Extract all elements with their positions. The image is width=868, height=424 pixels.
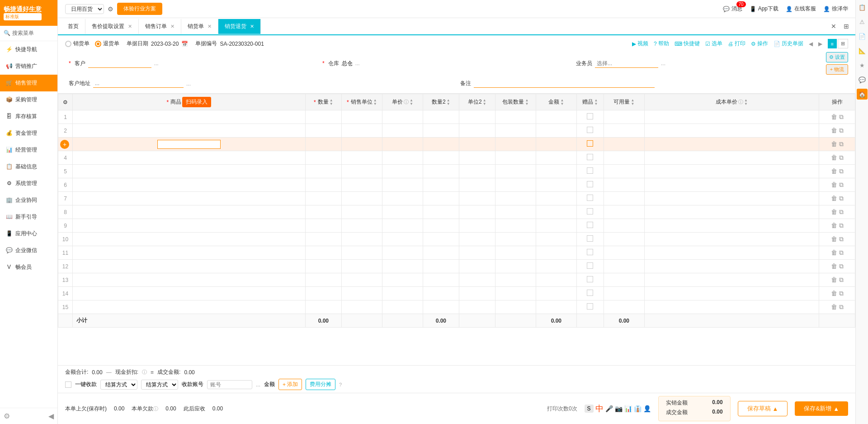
gift-cell[interactable] (576, 124, 604, 138)
tab-close-icon[interactable]: ✕ (170, 24, 175, 29)
add-row-btn[interactable]: + (60, 140, 69, 149)
copy-row-icon[interactable]: ⧉ (839, 208, 844, 216)
calc-select[interactable]: 结算方式 (141, 380, 178, 390)
video-btn[interactable]: ▶ 视频 (632, 40, 648, 48)
tab-sales[interactable]: 销货单 ✕ (181, 19, 218, 34)
select-order-btn[interactable]: ☑ 选单 (705, 40, 722, 48)
unit-price-info-icon[interactable]: ⓘ (404, 99, 409, 105)
delete-row-icon[interactable]: 🗑 (831, 181, 837, 189)
shirt-icon[interactable]: 👔 (634, 405, 642, 412)
unit-price-cell[interactable] (382, 110, 423, 124)
sidebar-item-guide[interactable]: 📖 新手引导 (0, 209, 57, 225)
copy-row-icon[interactable]: ⧉ (839, 276, 844, 284)
copy-row-icon[interactable]: ⧉ (839, 303, 844, 311)
gift-checkbox[interactable] (587, 154, 593, 160)
delete-row-icon[interactable]: 🗑 (831, 167, 837, 175)
unit2-cell[interactable] (459, 124, 495, 138)
side-icon-2[interactable]: ⚠ (857, 16, 868, 27)
person-icon[interactable]: 👤 (643, 405, 651, 412)
copy-row-icon[interactable]: ⧉ (839, 235, 844, 243)
sidebar-item-inventory[interactable]: 🗄 库存核算 (0, 108, 57, 125)
sidebar-item-operations[interactable]: 📊 经营管理 (0, 142, 57, 158)
collapse-icon[interactable]: ◀ (48, 412, 54, 420)
product-cell[interactable] (73, 110, 306, 124)
remarks-input[interactable] (474, 79, 655, 88)
cost-price-cell[interactable] (644, 110, 819, 124)
qty2-cell[interactable] (423, 124, 459, 138)
warehouse-select-icon[interactable]: ... (355, 60, 360, 67)
staff-input[interactable] (595, 59, 658, 68)
grid-view-btn[interactable]: ≡ (828, 39, 837, 48)
tab-close-icon[interactable]: ✕ (250, 24, 254, 29)
delete-row-icon[interactable]: 🗑 (831, 195, 837, 202)
sidebar-item-shortcut[interactable]: ⚡ 快捷导航 (0, 41, 57, 58)
delete-row-icon[interactable]: 🗑 (831, 113, 837, 121)
sales-unit-cell[interactable] (341, 110, 382, 124)
online-service-link[interactable]: 👤 在线客服 (786, 5, 816, 13)
unit2-cell[interactable] (459, 138, 495, 151)
cost-price-cell[interactable] (644, 138, 819, 151)
delete-row-icon[interactable]: 🗑 (831, 140, 837, 148)
address-input[interactable] (93, 79, 184, 88)
sidebar-item-basic[interactable]: 📋 基础信息 (0, 158, 57, 175)
account-select-icon[interactable]: ... (256, 381, 260, 388)
available-cell[interactable] (604, 110, 644, 124)
close-tab-icon[interactable]: ✕ (828, 22, 839, 31)
side-icon-1[interactable]: 📋 (857, 2, 868, 13)
camera-icon[interactable]: 📷 (615, 405, 623, 412)
customer-select-icon[interactable]: ... (154, 60, 159, 67)
tab-close-icon[interactable]: ✕ (208, 24, 212, 29)
address-select-icon[interactable]: ... (186, 81, 191, 87)
scan-input-btn[interactable]: 扫码录入 (182, 97, 211, 107)
cash-discount-info-icon[interactable]: ⓘ (142, 369, 147, 376)
copy-row-icon[interactable]: ⧉ (839, 262, 844, 270)
table-container[interactable]: ⚙ * 商品 扫码录入 * (58, 94, 855, 365)
amount-cell[interactable] (536, 124, 576, 138)
sidebar-item-system[interactable]: ⚙ 系统管理 (0, 175, 57, 192)
delete-row-icon[interactable]: 🗑 (831, 235, 837, 243)
customer-input[interactable] (88, 59, 151, 68)
history-btn[interactable]: 📄 历史单据 (774, 40, 803, 48)
fee-split-btn[interactable]: 费用分摊 (306, 379, 335, 390)
next-doc-icon[interactable]: ▶ (818, 41, 822, 47)
gift-checkbox[interactable] (587, 195, 593, 201)
delete-row-icon[interactable]: 🗑 (831, 262, 837, 270)
settings-gear-icon[interactable]: ⚙ (108, 5, 113, 13)
delete-row-icon[interactable]: 🗑 (831, 154, 837, 162)
available-cell[interactable] (604, 138, 644, 151)
shortcut-btn[interactable]: ⌨ 快捷键 (675, 40, 700, 48)
quantity-cell[interactable] (305, 124, 341, 138)
sidebar-item-enterprise[interactable]: 🏢 企业协同 (0, 192, 57, 209)
copy-row-icon[interactable]: ⧉ (839, 222, 844, 229)
sidebar-item-finance[interactable]: 💰 资金管理 (0, 125, 57, 142)
fee-info-icon[interactable]: ? (339, 382, 342, 387)
search-menu-item[interactable]: 🔍 搜索菜单 (0, 26, 57, 41)
amount-cell[interactable] (536, 138, 576, 151)
copy-row-icon[interactable]: ⧉ (839, 181, 844, 189)
add-row-cell[interactable]: + (58, 138, 73, 151)
gift-checkbox[interactable] (587, 222, 593, 228)
available-cell[interactable] (604, 124, 644, 138)
industry-select[interactable]: 日用百货 (65, 4, 104, 14)
gift-checkbox[interactable] (587, 276, 593, 282)
one-key-pay-checkbox[interactable] (65, 381, 71, 388)
add-payment-btn[interactable]: + 添加 (278, 379, 302, 390)
copy-row-icon[interactable]: ⧉ (839, 195, 844, 202)
copy-row-icon[interactable]: ⧉ (839, 154, 844, 162)
sidebar-item-purchase[interactable]: 📦 采购管理 (0, 91, 57, 108)
chart-icon[interactable]: 📊 (624, 405, 632, 412)
settings-btn[interactable]: ⚙ 设置 (826, 52, 848, 62)
side-icon-5[interactable]: ★ (857, 60, 868, 71)
gift-checkbox[interactable] (587, 262, 593, 269)
list-view-btn[interactable]: ⊞ (838, 39, 848, 48)
help-btn[interactable]: ? 帮助 (654, 40, 669, 48)
quantity-cell[interactable] (305, 138, 341, 151)
amount-cell[interactable] (536, 110, 576, 124)
side-icon-6[interactable]: 💬 (857, 74, 868, 85)
operate-btn[interactable]: ⚙ 操作 (751, 40, 768, 48)
gift-checkbox[interactable] (587, 208, 593, 214)
side-icon-7[interactable]: 🏠 (857, 89, 868, 100)
sidebar-item-marketing[interactable]: 📢 营销推广 (0, 58, 57, 75)
copy-row-icon[interactable]: ⧉ (839, 249, 844, 257)
gift-checkbox[interactable] (587, 167, 593, 174)
